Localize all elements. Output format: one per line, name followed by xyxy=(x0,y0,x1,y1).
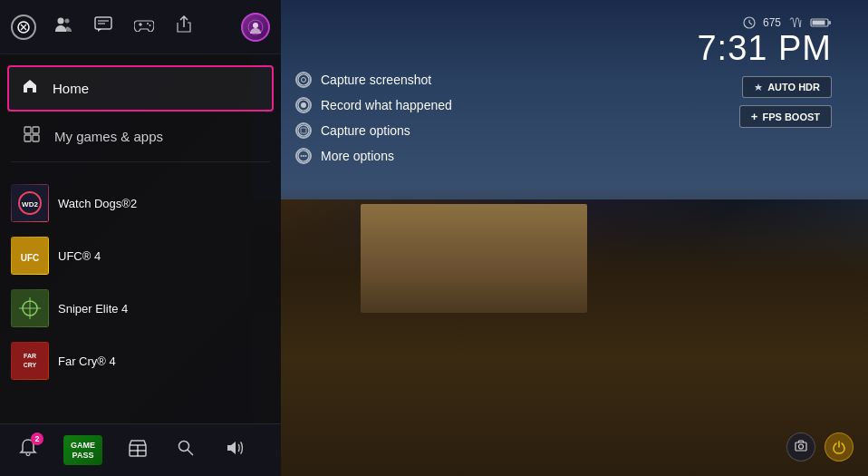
auto-hdr-badge: AUTO HDR xyxy=(742,76,832,98)
capture-screenshot-item[interactable]: Capture screenshot xyxy=(288,68,459,92)
svg-point-2 xyxy=(65,19,70,24)
svg-point-36 xyxy=(301,102,306,108)
svg-text:CRY: CRY xyxy=(24,362,37,368)
svg-rect-47 xyxy=(829,21,832,24)
svg-point-34 xyxy=(302,78,306,83)
vibrate-icon xyxy=(788,17,803,28)
svg-rect-48 xyxy=(813,21,825,25)
game-title-farcry4: Far Cry® 4 xyxy=(58,355,116,368)
record-icon xyxy=(295,97,312,113)
controller-icon[interactable] xyxy=(130,14,158,40)
hud-top-right: 675 7:31 PM AUTO HDR + FPS BOOST xyxy=(697,16,832,130)
nav-items: Home My games & apps xyxy=(0,54,281,173)
game-item-farcry4[interactable]: FAR CRY Far Cry® 4 xyxy=(0,335,281,387)
svg-point-37 xyxy=(298,125,309,136)
svg-rect-12 xyxy=(24,127,31,133)
game-thumb-wd2: WD2 xyxy=(11,184,49,222)
svg-point-41 xyxy=(303,155,304,157)
game-pass-line2: PASS xyxy=(71,451,95,461)
capture-menu: Capture screenshot Record what happened … xyxy=(288,68,459,168)
more-options-item[interactable]: More options xyxy=(288,144,459,168)
svg-line-45 xyxy=(749,23,752,24)
capture-screenshot-icon xyxy=(295,72,312,88)
svg-point-1 xyxy=(58,18,64,24)
games-grid-icon xyxy=(24,126,40,147)
game-item-ufc4[interactable]: UFC UFC® 4 xyxy=(0,229,281,282)
game-thumb-farcry4: FAR CRY xyxy=(11,342,49,380)
svg-rect-14 xyxy=(24,135,31,141)
game-pass-button[interactable]: GAME PASS xyxy=(63,435,102,466)
more-options-label: More options xyxy=(321,149,394,163)
avatar[interactable] xyxy=(241,13,270,42)
svg-point-42 xyxy=(305,155,307,157)
record-happened-label: Record what happened xyxy=(321,98,452,112)
scene-wall xyxy=(361,204,587,313)
hud-bottom-right xyxy=(786,432,854,461)
svg-text:FAR: FAR xyxy=(24,353,36,359)
store-icon[interactable] xyxy=(124,434,151,466)
hud-score: 675 xyxy=(763,16,781,29)
svg-point-40 xyxy=(301,155,303,157)
battery-icon xyxy=(810,17,832,28)
bottom-toolbar: 2 GAME PASS xyxy=(0,423,281,476)
svg-point-33 xyxy=(298,74,309,85)
capture-options-item[interactable]: Capture options xyxy=(288,119,459,142)
people-icon[interactable] xyxy=(51,13,76,41)
game-thumb-sniper4 xyxy=(11,289,49,327)
svg-text:WD2: WD2 xyxy=(22,200,38,209)
game-title-wd2: Watch Dogs®2 xyxy=(58,197,137,210)
hud-badges: AUTO HDR + FPS BOOST xyxy=(697,74,832,130)
home-label: Home xyxy=(53,81,89,96)
game-list: WD2 Watch Dogs®2 UFC UFC® 4 xyxy=(0,173,281,391)
capture-options-label: Capture options xyxy=(321,123,410,138)
svg-rect-25 xyxy=(12,343,48,379)
fps-boost-plus: + xyxy=(751,111,758,122)
svg-marker-49 xyxy=(755,83,762,91)
svg-point-31 xyxy=(179,442,189,452)
clock-icon xyxy=(743,16,756,29)
volume-icon[interactable] xyxy=(220,435,247,465)
notification-badge: 2 xyxy=(31,432,43,445)
capture-options-icon xyxy=(295,122,312,139)
game-item-sniper4[interactable]: Sniper Elite 4 xyxy=(0,282,281,335)
nav-item-mygames[interactable]: My games & apps xyxy=(9,115,272,158)
xbox-logo-icon[interactable] xyxy=(11,15,36,40)
sidebar: Home My games & apps WD2 xyxy=(0,0,281,476)
search-icon[interactable] xyxy=(173,435,198,465)
nav-item-home[interactable]: Home xyxy=(7,65,274,112)
capture-screenshot-label: Capture screenshot xyxy=(321,73,431,87)
game-item-wd2[interactable]: WD2 Watch Dogs®2 xyxy=(0,177,281,229)
fps-boost-label: FPS BOOST xyxy=(762,112,820,122)
auto-hdr-star-icon xyxy=(754,83,763,92)
svg-rect-38 xyxy=(301,128,306,133)
game-pass-line1: GAME xyxy=(71,441,95,451)
game-title-ufc4: UFC® 4 xyxy=(58,249,101,263)
more-options-icon xyxy=(295,148,312,164)
game-thumb-ufc4: UFC xyxy=(11,237,49,275)
fps-boost-badge: + FPS BOOST xyxy=(739,105,832,128)
hud-time: 7:31 PM xyxy=(697,31,832,65)
svg-rect-50 xyxy=(796,442,806,451)
svg-point-9 xyxy=(149,24,151,26)
screenshot-hud-button[interactable] xyxy=(786,432,815,461)
svg-rect-15 xyxy=(33,135,39,141)
game-title-sniper4: Sniper Elite 4 xyxy=(58,302,128,316)
svg-point-51 xyxy=(799,444,804,449)
chat-icon[interactable] xyxy=(91,13,116,41)
notifications-icon[interactable]: 2 xyxy=(14,434,42,466)
my-games-label: My games & apps xyxy=(54,129,163,144)
power-hud-button[interactable] xyxy=(825,432,854,461)
svg-point-8 xyxy=(147,23,149,24)
svg-point-11 xyxy=(253,23,258,28)
divider xyxy=(11,161,270,162)
hud-status-bar: 675 xyxy=(697,16,832,29)
top-nav xyxy=(0,0,281,54)
auto-hdr-label: AUTO HDR xyxy=(767,82,820,92)
svg-text:UFC: UFC xyxy=(21,253,40,263)
share-icon[interactable] xyxy=(172,12,196,42)
svg-line-32 xyxy=(188,450,193,455)
svg-rect-13 xyxy=(33,127,39,133)
home-icon xyxy=(22,78,38,99)
record-happened-item[interactable]: Record what happened xyxy=(288,93,459,117)
